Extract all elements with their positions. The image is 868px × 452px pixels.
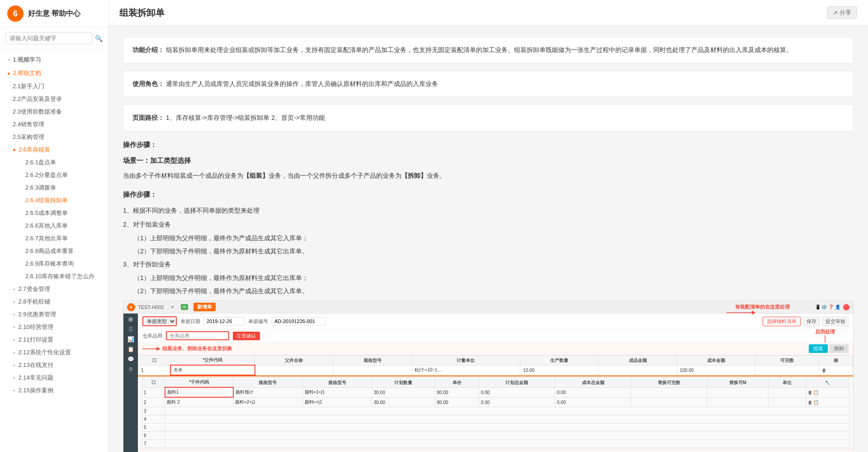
app-screenshot-wrapper: 6 TEST-H002 ▼ ⟳ 新增单 📱 ⚙️ ❓ 👤: [123, 300, 854, 452]
table-row: 1 关米 粒(个≈10↑1… 10.00 100.00: [138, 365, 853, 375]
sidebar-item-label: 2.12系统个性化设置: [18, 348, 71, 357]
submit-btn[interactable]: 提交审核: [822, 317, 849, 326]
sidebar-item-label: 2.6库存核算: [19, 146, 50, 154]
role-box: 使用角色： 通常由生产人员或库管人员完成拆装业务的操作，库管人员确认原材料的出库…: [123, 71, 854, 97]
th-qty: 生产数量: [520, 356, 599, 366]
std-empty-4: [165, 415, 849, 423]
search-icon[interactable]: 🔍: [95, 35, 103, 42]
sidebar: 6 好生意 帮助中心 🔍 + 1.视频学习 ● 2.帮助文档 2.1新手入门 2…: [0, 0, 108, 452]
sidebar-item-system[interactable]: + 2.12系统个性化设置: [13, 346, 108, 359]
sidebar-item-print[interactable]: + 2.11打印设置: [13, 333, 108, 346]
sidebar-item-inventory[interactable]: ● 2.6库存核算: [13, 143, 108, 156]
std-status-2: [707, 397, 768, 407]
select-bom-btn[interactable]: 选择物料清单: [763, 317, 801, 326]
no-input[interactable]: [272, 317, 326, 325]
sidebar-item-outbound[interactable]: 2.6.7其他出库单: [25, 232, 108, 245]
app-list-icon[interactable]: ☰: [128, 326, 133, 333]
step-2-sub2: （2）下部明细为子件明细，最终作为原材料生成其它出库单。: [134, 245, 854, 257]
std-cost-total-2: 0.00: [555, 397, 631, 407]
child-table: ☐ *子件代码 规格型号 规格型号 计划数量 单价 计划总金额 成本总金额 替换: [142, 377, 849, 448]
sidebar-item-payment[interactable]: + 2.13在线支付: [13, 359, 108, 371]
search-input[interactable]: [5, 32, 92, 44]
sidebar-item-stocktake2[interactable]: 2.6.2分量盘点单: [25, 169, 108, 181]
sidebar-item-error[interactable]: 2.6.10库存账本错了怎么办: [25, 270, 108, 283]
app-home-icon[interactable]: ⊞: [128, 316, 133, 323]
path-text: 1、库存核算->库存管理->组装拆卸单 2、首页->常用功能: [166, 114, 325, 121]
std-price: 80.00: [435, 387, 479, 397]
confirm-btn[interactable]: 立里确认: [233, 332, 260, 340]
sidebar-item-cases[interactable]: + 2.15操作案例: [13, 384, 108, 397]
sth-child-code: *子件代码: [165, 378, 233, 388]
app-settings-icon2[interactable]: ⚙: [128, 366, 133, 372]
close-icon[interactable]: [843, 304, 849, 310]
app-screenshot: 6 TEST-H002 ▼ ⟳ 新增单 📱 ⚙️ ❓ 👤: [123, 300, 854, 452]
step-3-sub1: （1）上部明细为父件明细，最终作为原材料生成其它出库单；: [134, 272, 854, 284]
sidebar-item-label: 2.6.5成本调整单: [25, 209, 68, 217]
sidebar-item-label: 2.6.1盘点单: [25, 158, 56, 167]
child-row-5: 5: [142, 423, 849, 432]
std-no-6: 6: [142, 432, 165, 440]
sidebar-item-cost2[interactable]: 2.6.8商品成本重算: [25, 245, 108, 257]
app-new-btn[interactable]: 新增单: [193, 303, 216, 311]
sidebar-item-stocktake[interactable]: 2.6.1盘点单: [25, 156, 108, 169]
disassembly-btn[interactable]: 拆卸: [830, 344, 849, 353]
sidebar-item-video[interactable]: + 1.视频学习: [0, 53, 108, 67]
sidebar-item-label: 2.6.4组装拆卸单: [25, 196, 68, 205]
sth-no: ☐: [142, 378, 165, 388]
date-input[interactable]: [204, 317, 245, 325]
sidebar-item-mobile[interactable]: + 2.8手机旺铺: [13, 295, 108, 308]
sth-spec1: 规格型号: [233, 378, 302, 388]
annotation-4: 启用处理: [815, 328, 835, 344]
sidebar-item-inbound[interactable]: 2.6.6其他入库单: [25, 219, 108, 232]
sth-status: 替换可M: [707, 378, 768, 388]
sidebar-item-label: 2.14常见问题: [18, 374, 53, 382]
sth-plan-qty: 计划数量: [372, 378, 435, 388]
sidebar-item-operation[interactable]: + 2.10经营管理: [13, 321, 108, 333]
sidebar-item-coupon[interactable]: + 2.9优惠券管理: [13, 308, 108, 321]
std-replace-2: [631, 397, 707, 407]
sidebar-item-finance[interactable]: + 2.7资金管理: [13, 283, 108, 295]
std-empty-5: [165, 423, 849, 432]
sidebar-item-adjust[interactable]: 2.6.3调拨单: [25, 181, 108, 194]
std-plan-qty-2: 30.00: [372, 397, 435, 407]
sidebar-item-query[interactable]: 2.6.9库存账本查询: [25, 257, 108, 270]
type-select[interactable]: 单据类型: [142, 316, 177, 326]
std-status: [707, 387, 768, 397]
th-spec: 规格型号: [333, 356, 411, 366]
sidebar-item-docs[interactable]: ● 2.帮助文档: [0, 67, 108, 80]
plus-icon3: +: [13, 286, 15, 292]
sidebar-item-purchase[interactable]: 2.5采购管理: [13, 131, 108, 143]
app-content: 单据类型 单据日期 单据编号 有装配清单的在这里处理: [138, 314, 853, 452]
app-dropdown-icon[interactable]: ▼: [170, 305, 175, 309]
plus-icon5: +: [13, 312, 15, 317]
steps-list: 1、根据不同的业务，选择不同单据的类型来处理 2、对于组装业务 （1）上部明细为…: [123, 205, 854, 297]
warehouse-input[interactable]: [166, 331, 229, 340]
share-button[interactable]: ↗ 分享: [827, 6, 857, 19]
td-qty: 10.00: [520, 365, 599, 375]
sidebar-item-assembly[interactable]: 2.6.4组装拆卸单: [25, 194, 108, 207]
td-cost: 100.00: [677, 365, 755, 375]
sidebar-item-install[interactable]: 2.2产品安装及登录: [13, 93, 108, 105]
sidebar-item-sales[interactable]: 2.4销售管理: [13, 118, 108, 131]
td-ops-btn: 🗑: [819, 365, 853, 375]
date-label: 单据日期: [180, 318, 200, 325]
function-intro-label: 功能介绍：: [132, 46, 164, 53]
minus-icon2: ●: [13, 147, 16, 152]
th-avail: 可完数: [755, 356, 819, 366]
save-btn[interactable]: 保存: [803, 317, 820, 326]
sidebar-item-newcomer[interactable]: 2.1新手入门: [13, 80, 108, 93]
app-status-icons: ⟳: [181, 304, 188, 310]
type-toggle: 组装 拆卸: [809, 344, 849, 353]
right-buttons: 选择物料清单 保存 提交审核: [763, 317, 849, 326]
sidebar-item-cost[interactable]: 2.6.5成本调整单: [25, 207, 108, 219]
std-no-5: 5: [142, 423, 165, 432]
app-msg-icon[interactable]: 💬: [127, 356, 134, 362]
sidebar-item-faq[interactable]: + 2.14常见问题: [13, 371, 108, 384]
app-chart-icon[interactable]: 📊: [127, 336, 134, 343]
app-note-icon[interactable]: 📋: [127, 346, 134, 352]
sidebar-item-label: 2.1新手入门: [13, 82, 44, 90]
sidebar-item-label: 2.7资金管理: [18, 285, 50, 293]
sidebar-item-prepare[interactable]: 2.3使用前数据准备: [13, 105, 108, 118]
std-no-2: 2: [142, 397, 165, 407]
assembly-btn[interactable]: 组装: [809, 344, 828, 353]
